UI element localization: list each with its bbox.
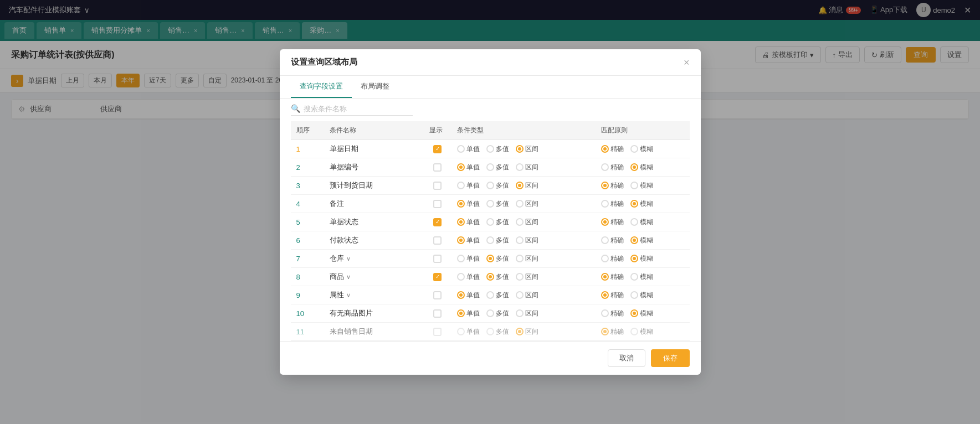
tab-layout[interactable]: 布局调整 bbox=[352, 76, 398, 98]
tab-query-fields[interactable]: 查询字段设置 bbox=[291, 76, 352, 98]
dialog-overlay: 设置查询区域布局 × 查询字段设置 布局调整 🔍 顺序 bbox=[0, 0, 980, 126]
dialog-title: 设置查询区域布局 bbox=[291, 57, 357, 68]
dialog-search-area: 🔍 bbox=[280, 99, 701, 121]
search-wrap: 🔍 bbox=[291, 104, 413, 116]
dialog-tabs: 查询字段设置 布局调整 bbox=[280, 76, 701, 99]
th-display: 显示 bbox=[424, 121, 451, 126]
settings-dialog: 设置查询区域布局 × 查询字段设置 布局调整 🔍 顺序 bbox=[280, 49, 701, 126]
dialog-header: 设置查询区域布局 × bbox=[280, 49, 701, 76]
th-name: 条件名称 bbox=[324, 121, 424, 126]
th-order: 顺序 bbox=[291, 121, 324, 126]
search-icon: 🔍 bbox=[291, 104, 300, 113]
dialog-table-wrap: 顺序 条件名称 显示 条件类型 匹配原则 1单据日期单值多值区间精确模糊2单据编… bbox=[280, 121, 701, 126]
th-match: 匹配原则 bbox=[596, 121, 690, 126]
search-input[interactable] bbox=[304, 105, 403, 113]
th-cond-type: 条件类型 bbox=[451, 121, 596, 126]
conditions-table: 顺序 条件名称 显示 条件类型 匹配原则 1单据日期单值多值区间精确模糊2单据编… bbox=[291, 121, 690, 126]
dialog-close-btn[interactable]: × bbox=[684, 58, 690, 68]
